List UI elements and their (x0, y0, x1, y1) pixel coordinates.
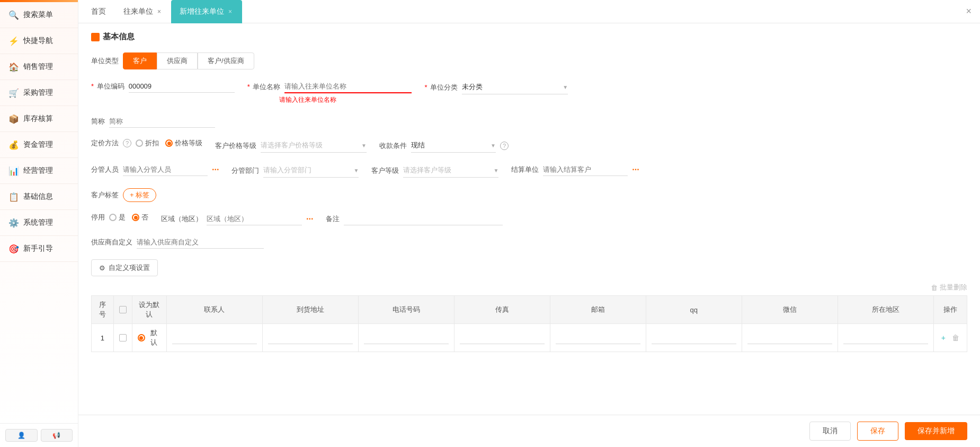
default-radio[interactable]: 默认 (138, 328, 161, 347)
sidebar-icon-system: ⚙️ (8, 217, 19, 228)
sidebar-icon-purchase: 🛒 (8, 87, 19, 98)
sidebar-icon-finance: 💰 (8, 139, 19, 150)
region-table-input[interactable] (843, 331, 928, 344)
customer-tag-label: 客户标签 (91, 190, 119, 200)
pricing-help-icon[interactable]: ? (123, 139, 131, 147)
cancel-btn[interactable]: 取消 (809, 422, 851, 441)
pricing-discount[interactable]: 折扣 (136, 138, 159, 148)
payment-terms-field: 收款条件 现结 ▼ ? (379, 138, 509, 153)
tab-partners-label: 往来单位 (123, 7, 153, 16)
tab-new-partner-close[interactable]: × (227, 7, 233, 16)
customer-level-select[interactable]: 请选择客户等级 ▼ (403, 163, 498, 178)
manager-more-btn[interactable]: ··· (212, 165, 219, 174)
tab-partners[interactable]: 往来单位 × (115, 0, 171, 23)
sidebar-item-new-guide[interactable]: 🎯新手引导 (0, 236, 78, 262)
add-row-btn[interactable]: + (939, 332, 948, 343)
batch-delete-label: 批量删除 (940, 283, 967, 292)
tab-new-partner[interactable]: 新增往来单位 × (171, 0, 242, 23)
region-input[interactable] (207, 213, 302, 225)
batch-delete-btn[interactable]: 🗑 批量删除 (931, 283, 967, 292)
sidebar-item-purchase[interactable]: 🛒采购管理 (0, 80, 78, 106)
price-level-placeholder: 请选择客户价格等级 (261, 141, 323, 150)
sidebar-item-sales[interactable]: 🏠销售管理 (0, 54, 78, 80)
disabled-yes-circle (109, 214, 117, 221)
window-close-btn[interactable]: × (961, 4, 976, 19)
unit-name-input[interactable] (284, 80, 412, 93)
supplier-custom-row: 供应商自定义 (91, 236, 967, 249)
td-fax (454, 324, 550, 352)
disabled-no[interactable]: 否 (132, 213, 148, 222)
pricing-level[interactable]: 价格等级 (165, 138, 202, 148)
sidebar-item-inventory[interactable]: 📦库存核算 (0, 106, 78, 132)
settlement-input[interactable] (543, 163, 628, 176)
short-name-input[interactable] (109, 115, 215, 128)
region-more-btn[interactable]: ··· (306, 214, 313, 224)
email-input[interactable] (556, 331, 640, 344)
th-default: 设为默认 (132, 296, 166, 324)
sidebar-item-system[interactable]: ⚙️系统管理 (0, 210, 78, 236)
customer-level-label: 客户等级 (371, 166, 399, 176)
sidebar-notify-btn[interactable]: 📢 (41, 429, 73, 442)
manager-input[interactable] (123, 163, 208, 176)
tab-home-label: 首页 (91, 7, 106, 16)
payment-terms-arrow: ▼ (491, 143, 496, 148)
unit-category-arrow: ▼ (563, 84, 568, 90)
pricing-discount-circle (136, 139, 143, 147)
price-level-select[interactable]: 请选择客户价格等级 ▼ (261, 138, 367, 153)
tab-home[interactable]: 首页 (83, 0, 115, 23)
qq-input[interactable] (652, 331, 736, 344)
sidebar-icon-sales: 🏠 (8, 62, 19, 72)
td-checkbox (113, 324, 132, 352)
unit-name-label: * 单位名称 (247, 82, 281, 92)
department-select[interactable]: 请输入分管部门 ▼ (263, 163, 359, 178)
td-seq: 1 (92, 324, 114, 352)
phone-input[interactable] (364, 331, 449, 344)
tab-partners-close[interactable]: × (156, 7, 162, 16)
sidebar-user-btn[interactable]: 👤 (5, 429, 38, 442)
contact-input[interactable] (172, 331, 257, 344)
sidebar-label-inventory: 库存核算 (23, 114, 53, 124)
payment-help-icon[interactable]: ? (500, 142, 509, 150)
unit-type-both[interactable]: 客户/供应商 (198, 52, 254, 69)
custom-settings-btn[interactable]: ⚙ 自定义项设置 (91, 259, 158, 276)
row-checkbox[interactable] (119, 334, 127, 341)
supplier-custom-label: 供应商自定义 (91, 238, 132, 247)
th-email: 邮箱 (550, 296, 646, 324)
sidebar-item-operations[interactable]: 📊经营管理 (0, 158, 78, 184)
payment-terms-select[interactable]: 现结 ▼ (411, 138, 496, 153)
unit-type-supplier[interactable]: 供应商 (157, 52, 198, 69)
sidebar-item-finance[interactable]: 💰资金管理 (0, 132, 78, 158)
unit-category-select[interactable]: 未分类 ▼ (462, 80, 568, 94)
pricing-method-field: 定价方法 ? 折扣 价格等级 (91, 138, 202, 148)
customer-level-arrow: ▼ (493, 168, 498, 173)
price-level-field: 客户价格等级 请选择客户价格等级 ▼ (215, 138, 367, 153)
settlement-more-btn[interactable]: ··· (632, 165, 639, 174)
section-icon (91, 33, 100, 41)
sidebar-item-basic-info[interactable]: 📋基础信息 (0, 184, 78, 210)
section-title: 基本信息 (91, 32, 967, 42)
unit-type-customer[interactable]: 客户 (123, 52, 157, 69)
delete-row-btn[interactable]: 🗑 (950, 332, 961, 343)
fax-input[interactable] (460, 331, 545, 344)
add-tag-btn[interactable]: + 标签 (123, 188, 156, 202)
sidebar-item-quick-nav[interactable]: ⚡快捷导航 (0, 28, 78, 54)
unit-name-field: * 单位名称 请输入往来单位名称 (247, 80, 412, 104)
unit-code-input[interactable] (129, 80, 235, 93)
supplier-custom-input[interactable] (137, 236, 264, 249)
th-qq: qq (646, 296, 742, 324)
sidebar-item-search-menu[interactable]: 🔍搜索菜单 (0, 2, 78, 28)
department-placeholder: 请输入分管部门 (263, 165, 311, 175)
batch-delete-icon: 🗑 (931, 284, 938, 292)
disabled-row: 停用 是 否 区域（地区） ··· 备注 (91, 213, 967, 225)
pricing-radio-group: 折扣 价格等级 (136, 138, 202, 148)
select-all-checkbox[interactable] (119, 306, 127, 313)
disabled-yes[interactable]: 是 (109, 213, 126, 222)
save-new-btn[interactable]: 保存并新增 (905, 422, 967, 440)
unit-name-star: * (247, 83, 250, 91)
save-btn[interactable]: 保存 (857, 422, 898, 441)
address-input[interactable] (268, 331, 353, 344)
manager-row: 分管人员 ··· 分管部门 请输入分管部门 ▼ 客户等级 请选择客户等级 ▼ 结… (91, 163, 967, 178)
wechat-input[interactable] (747, 331, 832, 344)
form-content: 基本信息 单位类型 客户 供应商 客户/供应商 * 单位编码 (78, 23, 980, 415)
notes-input[interactable] (344, 213, 503, 225)
